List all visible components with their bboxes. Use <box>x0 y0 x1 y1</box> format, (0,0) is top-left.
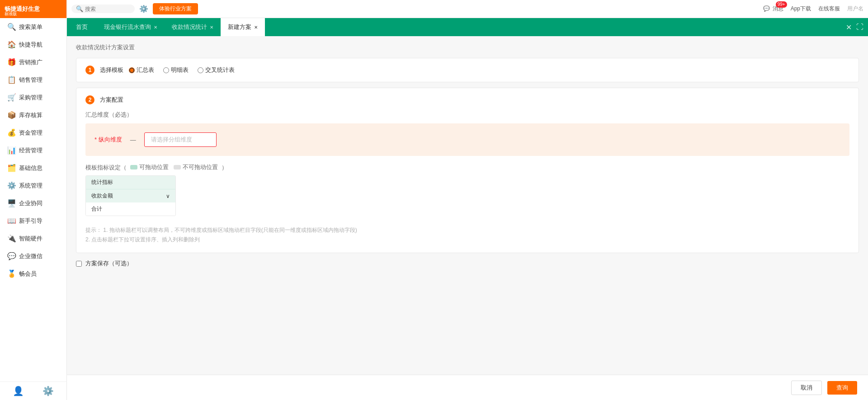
topbar-right: 💬 99+ 消息 App下载 在线客服 用户名 <box>763 5 863 13</box>
search-icon: 🔍 <box>76 5 83 12</box>
settings-icon[interactable]: ⚙️ <box>139 5 148 13</box>
gift-icon: 🎁 <box>7 58 15 66</box>
dim-vertical-label: * 纵向维度 <box>94 136 122 144</box>
sidebar-item-system[interactable]: ⚙️ 系统管理 <box>0 177 66 194</box>
sidebar-item-search[interactable]: 🔍 搜索菜单 <box>0 18 66 36</box>
sidebar-item-label: 智能硬件 <box>19 235 42 243</box>
dim-section-title: 汇总维度（必选） <box>85 111 849 119</box>
metrics-col-header: 统计指标 <box>91 179 113 186</box>
radio-detail-label: 明细表 <box>171 66 189 74</box>
metrics-amount-arrow: ∨ <box>166 193 170 199</box>
service-link[interactable]: 在线客服 <box>818 5 840 13</box>
sidebar-expand-icon[interactable]: 👤 <box>13 386 24 396</box>
tab-cashflow-close[interactable]: ✕ <box>154 25 157 30</box>
download-link[interactable]: App下载 <box>791 5 811 13</box>
sidebar-item-nav[interactable]: 🏠 快捷导航 <box>0 36 66 53</box>
dim-select[interactable]: 请选择分组维度 <box>144 132 217 147</box>
gear-icon: ⚙️ <box>7 181 15 190</box>
sidebar-item-operations[interactable]: 📊 经营管理 <box>0 141 66 159</box>
cancel-button[interactable]: 取消 <box>791 381 822 395</box>
sidebar-item-label: 经营管理 <box>19 146 42 155</box>
sidebar-settings-icon[interactable]: ⚙️ <box>42 386 54 396</box>
radio-cross-label: 交叉统计表 <box>205 66 235 74</box>
sidebar-item-label: 库存核算 <box>19 111 42 119</box>
metrics-cell-total: 合计 <box>86 202 175 216</box>
step1-badge: 1 <box>85 66 94 75</box>
sidebar-item-guide[interactable]: 📖 新手引导 <box>0 212 66 230</box>
dim-row: * 纵向维度 — 请选择分组维度 <box>94 132 840 147</box>
save-checkbox[interactable] <box>76 261 82 267</box>
radio-summary-label: 汇总表 <box>137 66 154 74</box>
template-radio-group: 汇总表 明细表 交叉统计表 <box>129 66 235 74</box>
radio-cross[interactable]: 交叉统计表 <box>198 66 235 74</box>
tab-payment[interactable]: 收款情况统计 ✕ <box>165 18 221 36</box>
metrics-amount-label: 收款金额 <box>91 192 113 200</box>
query-button[interactable]: 查询 <box>827 381 857 395</box>
draggable-legend-label: 可拖动位置 <box>139 163 169 171</box>
cart-icon: 🛒 <box>7 93 15 102</box>
search-box[interactable]: 🔍 <box>71 5 135 13</box>
sidebar-item-wechat[interactable]: 💬 企业微信 <box>0 247 66 265</box>
sidebar-item-sales[interactable]: 📋 销售管理 <box>0 71 66 89</box>
tab-cashflow-label: 现金银行流水查询 <box>104 23 151 31</box>
tab-new-plan-label: 新建方案 <box>228 23 251 31</box>
radio-detail[interactable]: 明细表 <box>163 66 189 74</box>
book-icon: 📖 <box>7 216 15 225</box>
sidebar-item-marketing[interactable]: 🎁 营销推广 <box>0 53 66 71</box>
tab-close-all-icon[interactable]: ✕ <box>846 23 852 32</box>
tab-new-plan-close[interactable]: ✕ <box>254 25 258 30</box>
sidebar-item-member[interactable]: 🏅 畅会员 <box>0 265 66 282</box>
tab-payment-close[interactable]: ✕ <box>210 25 213 30</box>
metrics-cell-amount[interactable]: 收款金额 ∨ <box>86 189 175 202</box>
sidebar-item-purchase[interactable]: 🛒 采购管理 <box>0 89 66 106</box>
tip1: 提示： 1. 拖动标题栏可以调整布局，不可跨维度或指标区域拖动栏目字段(只能在同… <box>85 226 849 234</box>
sidebar-bottom: 👤 ⚙️ <box>0 381 66 400</box>
user-name[interactable]: 用户名 <box>847 5 863 13</box>
tab-new-plan[interactable]: 新建方案 ✕ <box>221 18 265 36</box>
message-icon: 💬 <box>763 5 770 12</box>
tab-home[interactable]: 首页 <box>67 18 97 36</box>
radio-detail-input[interactable] <box>163 67 169 73</box>
sidebar-item-label: 快捷导航 <box>19 41 42 49</box>
step1-section: 1 选择模板 汇总表 明细表 交叉统计表 <box>76 58 859 82</box>
sidebar-item-label: 新手引导 <box>19 217 42 225</box>
sidebar: 畅捷通好生意 标准版 🔍 搜索菜单 🏠 快捷导航 🎁 营销推广 📋 销售管理 🛒… <box>0 0 67 400</box>
sidebar-item-finance[interactable]: 💰 资金管理 <box>0 124 66 141</box>
sidebar-item-label: 畅会员 <box>19 270 37 278</box>
trial-button[interactable]: 体验行业方案 <box>153 3 198 14</box>
metrics-legend-row: 模板指标设定（ 可拖动位置 不可拖动位置 ） <box>85 163 849 172</box>
sidebar-item-label: 基础信息 <box>19 164 42 172</box>
not-draggable-legend-dot <box>174 165 181 169</box>
metrics-header[interactable]: 统计指标 <box>86 176 175 189</box>
sidebar-item-basic[interactable]: 🗂️ 基础信息 <box>0 159 66 177</box>
monitor-icon: 🖥️ <box>7 199 15 207</box>
sidebar-item-collab[interactable]: 🖥️ 企业协同 <box>0 194 66 212</box>
home-icon: 🏠 <box>7 40 15 49</box>
sales-icon: 📋 <box>7 75 15 84</box>
not-draggable-legend-label: 不可拖动位置 <box>183 163 218 171</box>
search-input[interactable] <box>85 6 130 12</box>
step1-label: 选择模板 <box>100 66 123 74</box>
radio-summary[interactable]: 汇总表 <box>129 66 154 74</box>
sidebar-item-label: 销售管理 <box>19 76 42 84</box>
logo-sub: 标准版 <box>5 11 17 17</box>
hardware-icon: 🔌 <box>7 234 15 243</box>
radio-summary-input[interactable] <box>129 67 135 73</box>
metrics-table: 统计指标 收款金额 ∨ 合计 <box>85 175 176 216</box>
tab-cashflow[interactable]: 现金银行流水查询 ✕ <box>97 18 165 36</box>
tab-home-label: 首页 <box>76 23 88 31</box>
tab-expand-icon[interactable]: ⛶ <box>856 23 863 31</box>
tabbar: 首页 现金银行流水查询 ✕ 收款情况统计 ✕ 新建方案 ✕ ✕ ⛶ <box>67 18 868 36</box>
topbar: 🔍 ⚙️ 体验行业方案 💬 99+ 消息 App下载 在线客服 用户名 <box>67 0 868 18</box>
radio-cross-input[interactable] <box>198 67 203 73</box>
sidebar-item-inventory[interactable]: 📦 库存核算 <box>0 106 66 124</box>
dim-area: * 纵向维度 — 请选择分组维度 <box>85 123 849 156</box>
chart-icon: 📊 <box>7 146 15 155</box>
member-icon: 🏅 <box>7 269 15 278</box>
message-badge-wrap[interactable]: 💬 99+ 消息 <box>763 5 783 13</box>
sidebar-item-hardware[interactable]: 🔌 智能硬件 <box>0 230 66 247</box>
sidebar-item-label: 企业协同 <box>19 199 42 207</box>
step2-section: 2 方案配置 汇总维度（必选） * 纵向维度 — 请选择分组维度 模板指标设定（ <box>76 88 859 253</box>
sidebar-item-label: 资金管理 <box>19 129 42 137</box>
info-icon: 🗂️ <box>7 164 15 172</box>
